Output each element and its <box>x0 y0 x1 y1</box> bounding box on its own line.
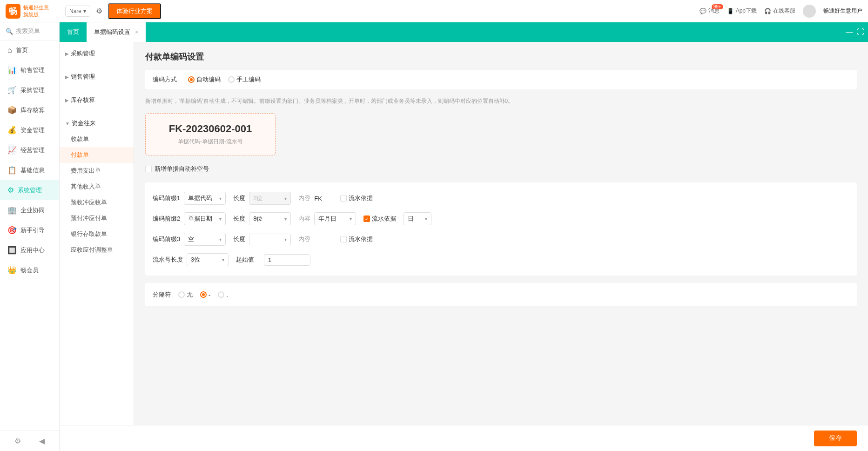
sep-none-radio[interactable] <box>178 291 185 298</box>
guide-icon: 🎯 <box>7 226 17 235</box>
finance-icon: 💰 <box>7 126 17 135</box>
bottom-bar: 保存 <box>60 425 868 451</box>
sep-dash-label: - <box>209 291 210 298</box>
serial2-checkbox: ✓ 流水依据 <box>363 215 396 223</box>
sales-icon: 📊 <box>7 66 17 74</box>
sub-sidebar-inventory[interactable]: ▶ 库存核算 <box>60 92 134 108</box>
sidebar-item-home[interactable]: ⌂ 首页 <box>0 40 59 60</box>
settings-icon[interactable]: ⚙ <box>94 5 104 17</box>
length2-label: 长度 <box>233 215 245 223</box>
promo-button[interactable]: 体验行业方案 <box>108 3 161 19</box>
sub-sidebar-purchase[interactable]: ▶ 采购管理 <box>60 46 134 61</box>
manual-encode-radio[interactable] <box>228 76 235 83</box>
save-button[interactable]: 保存 <box>814 431 857 446</box>
sidebar-item-apps[interactable]: 🔲 应用中心 <box>0 240 59 260</box>
auto-fill-checkbox[interactable] <box>145 166 152 172</box>
length2-select[interactable]: 8位 ▾ <box>249 212 291 225</box>
tab-close-icon[interactable]: × <box>135 29 138 35</box>
apps-icon: 🔲 <box>7 246 17 255</box>
online-service-button[interactable]: 🎧 在线客服 <box>764 7 795 15</box>
sidebar-item-enterprise[interactable]: 🏢 企业协同 <box>0 200 59 220</box>
length1-select[interactable]: 2位 ▾ <box>249 192 291 205</box>
app-download-button[interactable]: 📱 App下载 <box>727 7 757 15</box>
serial1-label: 流水依据 <box>349 194 373 202</box>
sidebar-item-purchase[interactable]: 🛒 采购管理 <box>0 80 59 100</box>
sidebar-item-sales[interactable]: 📊 销售管理 <box>0 60 59 80</box>
main-content: 付款单编码设置 编码方式 自动编码 手工编码 <box>134 42 868 425</box>
sep-none-option[interactable]: 无 <box>178 290 193 299</box>
length3-field: 长度 ▾ <box>233 234 291 245</box>
serial3-check[interactable] <box>340 236 347 242</box>
serial-length-select[interactable]: 3位 ▾ <box>187 253 229 266</box>
sidebar-item-basic[interactable]: 📋 基础信息 <box>0 160 59 180</box>
info-text: 新增单据时，'单据编码'自动生成，不可编辑。前缀设置为部门、业务员等档案类，开单… <box>145 97 857 106</box>
tab-minimize-icon[interactable]: — <box>846 28 853 36</box>
sidebar-item-operations[interactable]: 📈 经营管理 <box>0 140 59 160</box>
content1-value: FK <box>314 195 333 202</box>
sep-dot-option[interactable]: . <box>218 291 228 298</box>
length3-select[interactable]: ▾ <box>249 234 291 245</box>
company-dropdown[interactable]: Nare ▾ <box>65 6 90 17</box>
sub-item-pre-pay[interactable]: 预付冲应付单 <box>60 210 134 226</box>
settings-bottom-icon[interactable]: ⚙ <box>14 437 21 445</box>
tab-encoding-settings[interactable]: 单据编码设置 × <box>87 22 146 42</box>
enterprise-icon: 🏢 <box>7 206 17 215</box>
arrow-right-icon3: ▶ <box>65 98 69 103</box>
sub-group-purchase: ▶ 采购管理 <box>60 42 134 65</box>
search-menu[interactable]: 🔍 搜索菜单 <box>0 22 59 40</box>
content2-select[interactable]: 年月日 ▾ <box>314 212 356 225</box>
sub-sidebar-sales[interactable]: ▶ 销售管理 <box>60 69 134 85</box>
sep-dash-radio[interactable] <box>200 291 207 298</box>
sidebar-nav: ⌂ 首页 📊 销售管理 🛒 采购管理 📦 库存核算 💰 资金管理 📈 经营 <box>0 40 59 431</box>
prefix2-select[interactable]: 单据日期 ▾ <box>184 212 226 225</box>
length3-label: 长度 <box>233 235 245 243</box>
collapse-icon[interactable]: ◀ <box>39 437 45 445</box>
message-button[interactable]: 💬 消息 99+ <box>700 7 720 15</box>
page-title: 付款单编码设置 <box>145 51 857 62</box>
preview-code: FK-20230602-001 <box>160 123 261 135</box>
encode-method-radio-group: 自动编码 手工编码 <box>188 75 261 84</box>
serial1-check[interactable] <box>340 195 347 202</box>
tab-maximize-icon[interactable]: ⛶ <box>857 28 864 36</box>
auto-encode-radio[interactable] <box>188 76 195 83</box>
prefix1-select[interactable]: 单据代码 ▾ <box>184 192 226 205</box>
sep-dot-label: . <box>226 291 228 298</box>
arrow-right-icon: ▶ <box>65 51 69 56</box>
purchase-icon: 🛒 <box>7 86 17 94</box>
sidebar-item-member[interactable]: 👑 畅会员 <box>0 260 59 280</box>
sub-item-other-income[interactable]: 其他收入单 <box>60 179 134 195</box>
sidebar-item-system[interactable]: ⚙ 系统管理 <box>0 180 59 200</box>
sep-dot-radio[interactable] <box>218 291 224 298</box>
sidebar-item-guide[interactable]: 🎯 新手引导 <box>0 220 59 240</box>
arrow-down-icon: ▼ <box>65 121 70 126</box>
content2-field: 内容 年月日 ▾ <box>298 212 356 225</box>
prefix1-label: 编码前缀1 <box>153 194 180 202</box>
content1-label: 内容 <box>298 194 310 202</box>
length1-field: 长度 2位 ▾ <box>233 192 291 205</box>
sep-dash-option[interactable]: - <box>200 291 210 298</box>
tab-home[interactable]: 首页 <box>60 22 87 42</box>
sub-item-ar-ap[interactable]: 应收应付调整单 <box>60 242 134 258</box>
sidebar-item-finance[interactable]: 💰 资金管理 <box>0 120 59 140</box>
sub-sidebar-finance[interactable]: ▼ 资金往来 <box>60 115 134 131</box>
sub-item-pre-receive[interactable]: 预收冲应收单 <box>60 195 134 210</box>
auto-fill-label: 新增单据自动补空号 <box>155 165 209 173</box>
prefix3-select[interactable]: 空 ▾ <box>184 233 226 246</box>
sub-item-payment[interactable]: 付款单 <box>60 147 134 163</box>
auto-encode-option[interactable]: 自动编码 <box>188 75 221 84</box>
serial2-check[interactable]: ✓ <box>363 215 370 222</box>
serial2-label: 流水依据 <box>372 215 396 223</box>
sidebar-item-inventory[interactable]: 📦 库存核算 <box>0 100 59 120</box>
serial-length-field: 流水号长度 3位 ▾ <box>153 253 229 266</box>
sidebar: 🔍 搜索菜单 ⌂ 首页 📊 销售管理 🛒 采购管理 📦 库存核算 💰 资 <box>0 22 60 451</box>
auto-fill-row: 新增单据自动补空号 <box>145 165 857 173</box>
manual-encode-option[interactable]: 手工编码 <box>228 75 261 84</box>
settings-grid: 编码前缀1 单据代码 ▾ 长度 2位 ▾ <box>145 182 857 276</box>
member-icon: 👑 <box>7 266 17 275</box>
sub-item-expense[interactable]: 费用支出单 <box>60 163 134 179</box>
start-value-input[interactable] <box>264 254 310 266</box>
sub-item-bank[interactable]: 银行存取款单 <box>60 226 134 242</box>
serial2-unit-select[interactable]: 日 ▾ <box>404 212 431 225</box>
sub-item-receipt[interactable]: 收款单 <box>60 131 134 147</box>
logo-icon: 畅 <box>6 4 20 19</box>
